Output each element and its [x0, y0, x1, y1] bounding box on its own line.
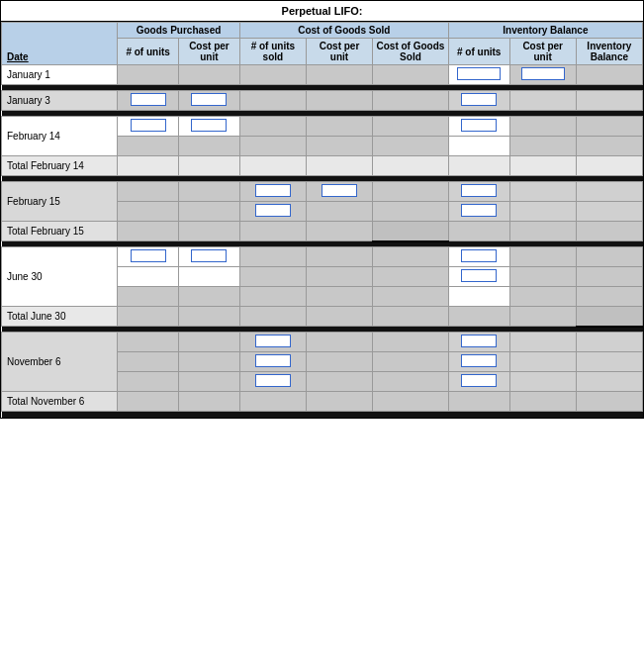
total-row: Total February 15: [2, 222, 643, 241]
input-cell: [509, 222, 576, 241]
input-cell: [509, 65, 576, 85]
cost-per-unit-sold-header: Cost per unit: [306, 39, 372, 65]
inv-units-input[interactable]: [461, 374, 497, 387]
units-sold-input[interactable]: [255, 374, 291, 387]
input-cell: [179, 222, 240, 241]
table-row: June 30: [2, 247, 643, 267]
total-date-cell: Total June 30: [2, 307, 118, 327]
purch-units-input[interactable]: [131, 93, 166, 106]
input-cell: [373, 392, 449, 412]
cost-sold-input[interactable]: [322, 184, 357, 197]
units-header: # of units: [118, 39, 179, 65]
input-cell: [179, 333, 240, 352]
input-cell: [179, 202, 240, 222]
inv-units-input[interactable]: [461, 184, 497, 197]
input-cell: [118, 287, 179, 307]
inv-units-input[interactable]: [461, 354, 497, 367]
purch-units-input[interactable]: [131, 119, 166, 132]
input-cell: [239, 307, 306, 327]
inv-units-input[interactable]: [461, 119, 497, 132]
input-cell: [239, 91, 306, 111]
input-cell: [509, 91, 576, 111]
purch-cost-input[interactable]: [191, 119, 227, 132]
date-cell: February 14: [2, 117, 118, 156]
input-cell: [576, 247, 642, 267]
input-cell: [509, 182, 576, 202]
input-cell: [306, 287, 372, 307]
input-cell: [239, 156, 306, 176]
date-cell: January 1: [2, 65, 118, 85]
units-sold-input[interactable]: [255, 354, 291, 367]
units-sold-input[interactable]: [255, 335, 291, 347]
total-row: Total November 6: [2, 392, 643, 412]
input-cell: [179, 287, 240, 307]
input-cell: [306, 352, 372, 372]
total-row: Total June 30: [2, 307, 643, 327]
inv-units-input[interactable]: [461, 269, 497, 282]
input-cell: [576, 372, 642, 392]
table-row: February 14: [2, 117, 643, 137]
input-cell: [118, 156, 179, 176]
input-cell: [448, 182, 509, 202]
input-cell: [239, 65, 306, 85]
input-cell: [373, 333, 449, 352]
input-cell: [239, 267, 306, 287]
input-cell: [306, 91, 372, 111]
inv-units-input[interactable]: [461, 335, 497, 347]
purch-cost-input[interactable]: [191, 93, 227, 106]
input-cell: [179, 247, 240, 267]
input-cell: [306, 182, 372, 202]
input-cell: [239, 392, 306, 412]
cogs-label-header: Cost of Goods Sold: [373, 39, 449, 65]
input-cell: [179, 137, 240, 156]
units-sold-input[interactable]: [255, 204, 291, 217]
input-cell: [118, 352, 179, 372]
input-cell: [576, 222, 642, 241]
inv-units-input[interactable]: [461, 93, 497, 106]
input-cell: [509, 287, 576, 307]
input-cell: [239, 333, 306, 352]
input-cell: [576, 352, 642, 372]
input-cell: [373, 202, 449, 222]
date-cell: June 30: [2, 247, 118, 307]
date-cell: January 3: [2, 91, 118, 111]
input-cell: [179, 156, 240, 176]
total-date-cell: Total February 14: [2, 156, 118, 176]
date-cell: February 15: [2, 182, 118, 222]
inv-units-input[interactable]: [461, 249, 497, 262]
input-cell: [576, 137, 642, 156]
inv-units-input[interactable]: [461, 204, 497, 217]
input-cell: [373, 372, 449, 392]
units-sold-input[interactable]: [255, 184, 291, 197]
inv-units-input[interactable]: [457, 67, 501, 80]
input-cell: [239, 222, 306, 241]
input-cell: [306, 333, 372, 352]
input-cell: [373, 117, 449, 137]
input-cell: [576, 287, 642, 307]
units-sold-header: # of units sold: [239, 39, 306, 65]
purch-units-input[interactable]: [131, 249, 166, 262]
total-date-cell: Total February 15: [2, 222, 118, 241]
input-cell: [373, 247, 449, 267]
input-cell: [179, 91, 240, 111]
input-cell: [448, 91, 509, 111]
input-cell: [509, 247, 576, 267]
input-cell: [306, 137, 372, 156]
input-cell: [179, 352, 240, 372]
input-cell: [576, 392, 642, 412]
inventory-header: Inventory Balance: [448, 23, 642, 39]
input-cell: [576, 156, 642, 176]
input-cell: [306, 117, 372, 137]
section-divider: [2, 412, 643, 418]
purch-cost-input[interactable]: [191, 249, 227, 262]
input-cell: [448, 372, 509, 392]
input-cell: [118, 267, 179, 287]
inv-cost-input[interactable]: [521, 67, 565, 80]
input-cell: [576, 117, 642, 137]
input-cell: [118, 307, 179, 327]
input-cell: [448, 137, 509, 156]
input-cell: [306, 307, 372, 327]
perpetual-lifo-table: Perpetual LIFO: Date Goods Purchased Cos…: [0, 0, 644, 419]
input-cell: [576, 333, 642, 352]
input-cell: [306, 202, 372, 222]
